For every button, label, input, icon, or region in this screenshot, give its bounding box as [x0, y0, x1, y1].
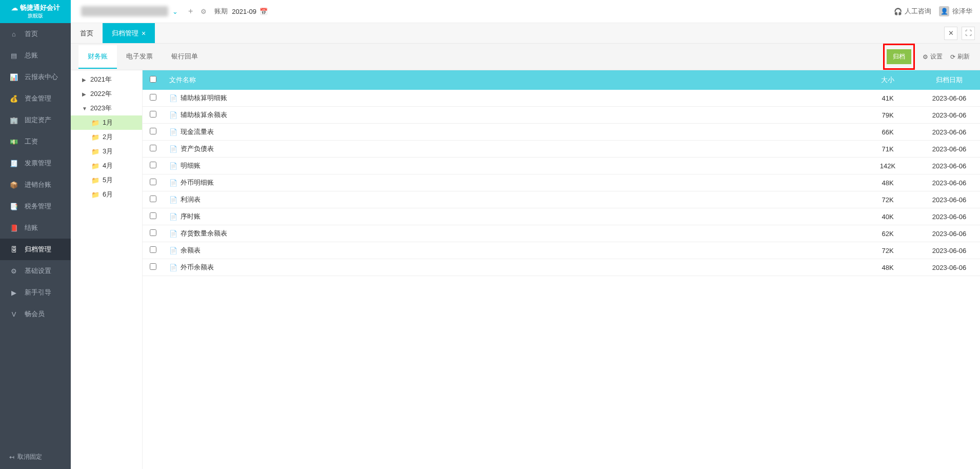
tree-year-2021年[interactable]: ▶2021年: [71, 72, 142, 87]
sub-tab-电子发票[interactable]: 电子发票: [117, 45, 162, 68]
logo-area[interactable]: ☁ 畅捷通好会计 旗舰版: [0, 0, 71, 23]
tree-year-2023年[interactable]: ▼2023年: [71, 101, 142, 115]
file-name: 辅助核算明细账: [181, 93, 227, 103]
sidebar-item-tax[interactable]: 📑税务管理: [0, 196, 71, 217]
sidebar-item-guide[interactable]: ▶新手引导: [0, 282, 71, 303]
sidebar-item-salary[interactable]: 💵工资: [0, 131, 71, 152]
tree-month-6月[interactable]: 📁6月: [71, 187, 142, 202]
inventory-icon: 📦: [9, 180, 18, 189]
tree-month-5月[interactable]: 📁5月: [71, 173, 142, 187]
folder-icon: 📁: [91, 119, 99, 127]
row-checkbox[interactable]: [150, 246, 156, 253]
file-date: 2023-06-06: [918, 90, 980, 107]
tree-month-2月[interactable]: 📁2月: [71, 130, 142, 144]
chevron-down-icon[interactable]: ⌄: [172, 8, 178, 15]
sidebar-item-gear[interactable]: ⚙基础设置: [0, 260, 71, 282]
row-checkbox[interactable]: [150, 128, 156, 134]
table-row[interactable]: 📄辅助核算明细账41K2023-06-06: [143, 90, 980, 107]
highlight-annotation: 归档: [883, 44, 915, 70]
user-name: 徐泽华: [952, 7, 972, 16]
sidebar-item-label: 基础设置: [25, 266, 51, 276]
gear-icon[interactable]: ⚙: [201, 8, 207, 15]
row-checkbox[interactable]: [150, 145, 156, 151]
sidebar-item-label: 归档管理: [25, 245, 51, 254]
row-checkbox[interactable]: [150, 196, 156, 202]
tab-close-button[interactable]: ✕: [944, 27, 957, 40]
tab-bar: 首页归档管理× ✕ ⛶: [71, 23, 980, 44]
table-row[interactable]: 📄辅助核算余额表79K2023-06-06: [143, 107, 980, 124]
sub-tab-银行回单[interactable]: 银行回单: [162, 45, 207, 68]
row-checkbox[interactable]: [150, 179, 156, 185]
vip-icon: V: [9, 309, 18, 319]
file-date: 2023-06-06: [918, 225, 980, 242]
sidebar-item-report[interactable]: 📊云报表中心: [0, 66, 71, 88]
tree-month-1月[interactable]: 📁1月: [71, 115, 142, 130]
table-row[interactable]: 📄余额表72K2023-06-06: [143, 242, 980, 259]
row-checkbox[interactable]: [150, 212, 156, 219]
archive-button[interactable]: 归档: [887, 49, 911, 64]
refresh-button[interactable]: ⟳ 刷新: [950, 52, 970, 61]
fullscreen-button[interactable]: ⛶: [962, 27, 975, 40]
row-checkbox[interactable]: [150, 94, 156, 101]
consult-button[interactable]: 🎧 人工咨询: [894, 7, 931, 16]
sidebar-item-ledger[interactable]: ▤总账: [0, 45, 71, 66]
file-table-wrap: 文件名称 大小 归档日期 📄辅助核算明细账41K2023-06-06📄辅助核算余…: [143, 70, 980, 469]
tab-归档管理[interactable]: 归档管理×: [103, 23, 155, 43]
sidebar-item-close-book[interactable]: 📕结账: [0, 217, 71, 239]
file-date: 2023-06-06: [918, 208, 980, 225]
expand-icon: ▶: [82, 77, 87, 83]
tree-month-3月[interactable]: 📁3月: [71, 144, 142, 159]
file-date: 2023-06-06: [918, 158, 980, 174]
tab-首页[interactable]: 首页: [71, 23, 103, 43]
folder-icon: 📁: [91, 148, 99, 155]
sidebar-item-vip[interactable]: V畅会员: [0, 303, 71, 325]
row-checkbox[interactable]: [150, 263, 156, 270]
table-row[interactable]: 📄明细账142K2023-06-06: [143, 158, 980, 174]
gear-icon: ⚙: [923, 53, 928, 61]
file-size: 71K: [857, 141, 918, 158]
sidebar-item-inventory[interactable]: 📦进销台账: [0, 174, 71, 196]
sidebar-item-invoice[interactable]: 🧾发票管理: [0, 152, 71, 174]
arrow-left-icon: ↤: [9, 454, 14, 461]
table-row[interactable]: 📄存货数量余额表62K2023-06-06: [143, 225, 980, 242]
company-selector[interactable]: [81, 6, 168, 16]
tree-year-2022年[interactable]: ▶2022年: [71, 87, 142, 101]
file-icon: 📄: [169, 230, 177, 238]
sidebar-item-archive[interactable]: 🗄归档管理: [0, 239, 71, 260]
plus-icon[interactable]: +: [188, 7, 193, 16]
sidebar-item-home[interactable]: ⌂首页: [0, 23, 71, 45]
guide-icon: ▶: [9, 288, 18, 297]
sidebar-item-label: 新手引导: [25, 288, 51, 297]
select-all-checkbox[interactable]: [150, 76, 156, 83]
row-checkbox[interactable]: [150, 162, 156, 168]
archive-icon: 🗄: [9, 245, 18, 254]
file-name: 明细账: [181, 161, 201, 170]
table-row[interactable]: 📄序时账40K2023-06-06: [143, 208, 980, 225]
table-row[interactable]: 📄外币明细账48K2023-06-06: [143, 174, 980, 191]
file-size: 142K: [857, 158, 918, 174]
user-menu[interactable]: 👤 徐泽华: [939, 6, 972, 16]
file-icon: 📄: [169, 111, 177, 119]
row-checkbox[interactable]: [150, 111, 156, 118]
cloud-icon: ☁: [11, 4, 18, 12]
sidebar-item-asset[interactable]: 🏢固定资产: [0, 109, 71, 131]
table-row[interactable]: 📄外币余额表48K2023-06-06: [143, 259, 980, 276]
file-size: 66K: [857, 124, 918, 141]
sub-tab-财务账[interactable]: 财务账: [78, 45, 117, 69]
table-row[interactable]: 📄利润表72K2023-06-06: [143, 191, 980, 208]
file-date: 2023-06-06: [918, 242, 980, 259]
row-checkbox[interactable]: [150, 229, 156, 236]
report-icon: 📊: [9, 72, 18, 82]
sidebar-item-fund[interactable]: 💰资金管理: [0, 88, 71, 109]
file-date: 2023-06-06: [918, 174, 980, 191]
settings-button[interactable]: ⚙ 设置: [923, 52, 943, 61]
tree-month-4月[interactable]: 📁4月: [71, 159, 142, 173]
calendar-icon[interactable]: 📅: [259, 8, 268, 15]
sidebar-unpin[interactable]: ↤ 取消固定: [0, 445, 71, 469]
file-name: 序时账: [181, 212, 201, 221]
table-row[interactable]: 📄资产负债表71K2023-06-06: [143, 141, 980, 158]
table-row[interactable]: 📄现金流量表66K2023-06-06: [143, 124, 980, 141]
sidebar-item-label: 云报表中心: [25, 72, 58, 82]
close-icon[interactable]: ×: [142, 29, 146, 37]
period-value[interactable]: 2021-09: [232, 8, 256, 15]
